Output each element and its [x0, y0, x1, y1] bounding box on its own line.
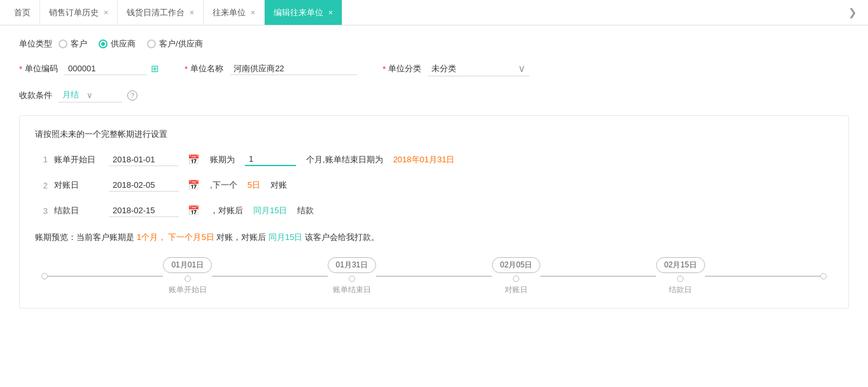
reconcile-suffix: 对账	[270, 179, 287, 191]
unit-info-row: * 单位编码 ⊞ * 单位名称 * 单位分类 未分类 ∨	[19, 61, 849, 76]
timeline-node-4: 02月15日 结款日	[656, 257, 705, 295]
radio-customer[interactable]: 客户	[59, 38, 87, 50]
payment-terms-select[interactable]: 月结 ∨	[59, 88, 122, 102]
unit-type-label: 单位类型	[19, 38, 52, 50]
tab-home-label: 首页	[14, 7, 31, 18]
timeline-date-2: 01月31日	[328, 257, 377, 273]
timeline-label-2: 账单结束日	[333, 285, 371, 295]
preview-reconcile-text: 对账，对账后	[216, 232, 266, 242]
tab-edit-partner[interactable]: 编辑往来单位 ×	[265, 0, 342, 25]
reconcile-day-highlight: 5日	[248, 179, 260, 191]
timeline-start-dot	[41, 273, 48, 279]
timeline-node-3: 02月05日 对账日	[492, 257, 541, 295]
unit-category-select[interactable]: 未分类 ∨	[428, 61, 529, 76]
unit-name-group: * 单位名称	[185, 62, 357, 75]
unit-category-arrow: ∨	[518, 62, 526, 74]
tl-line-5	[705, 276, 820, 277]
timeline-label-4: 结款日	[669, 285, 692, 295]
tab-home[interactable]: 首页	[5, 0, 40, 25]
payment-terms-label: 收款条件	[19, 90, 52, 101]
tab-more-button[interactable]: ❯	[842, 6, 863, 18]
timeline-end-dot	[820, 273, 827, 279]
radio-supplier-circle	[99, 39, 108, 48]
payment-terms-help[interactable]: ?	[127, 90, 137, 101]
start-date-calendar-icon[interactable]: 📅	[188, 154, 200, 165]
payment-prefix: ，对账后	[210, 205, 243, 216]
start-date-input[interactable]	[109, 153, 179, 166]
unit-code-copy-icon[interactable]: ⊞	[151, 63, 159, 74]
tab-sales-history-close[interactable]: ×	[104, 8, 108, 17]
tab-sales-history-label: 销售订单历史	[49, 7, 99, 18]
preview-prefix: 账期预览：当前客户账期是	[35, 232, 134, 242]
radio-supplier[interactable]: 供应商	[99, 38, 136, 50]
row-2-number: 2	[35, 181, 48, 190]
unit-code-required: *	[19, 64, 22, 74]
period-unit-text: 个月,账单结束日期为	[306, 154, 383, 165]
radio-customer-supplier-label: 客户/供应商	[159, 38, 203, 50]
timeline-node-2: 01月31日 账单结束日	[328, 257, 377, 295]
tab-sales-history[interactable]: 销售订单历史 ×	[40, 0, 118, 25]
timeline-node-1: 01月01日 账单开始日	[163, 257, 212, 295]
tab-cash-workbench[interactable]: 钱货日清工作台 ×	[118, 0, 204, 25]
unit-category-required: *	[382, 64, 386, 74]
timeline-label-3: 对账日	[505, 285, 528, 295]
unit-type-row: 单位类型 客户 供应商 客户/供应商	[19, 38, 849, 50]
timeline: 01月01日 账单开始日 01月31日 账单结束日 02月05日 对账日 02月…	[35, 257, 833, 295]
tab-cash-workbench-close[interactable]: ×	[190, 8, 194, 17]
preview-payment-day: 同月15日	[269, 232, 302, 242]
unit-code-input-wrapper: ⊞	[64, 62, 159, 75]
period-label: 账期为	[210, 154, 235, 165]
timeline-date-4: 02月15日	[656, 257, 705, 273]
preview-suffix: 该客户会给我打款。	[305, 232, 379, 242]
tab-edit-partner-close[interactable]: ×	[328, 8, 333, 17]
payment-date-calendar-icon[interactable]: 📅	[188, 205, 200, 216]
row-3-number: 3	[35, 206, 48, 216]
payment-terms-arrow: ∨	[87, 90, 93, 100]
tab-cash-workbench-label: 钱货日清工作台	[127, 7, 185, 18]
tab-edit-partner-label: 编辑往来单位	[274, 7, 323, 18]
tabs-bar: 首页 销售订单历史 × 钱货日清工作台 × 往来单位 × 编辑往来单位 × ❯	[0, 0, 868, 25]
unit-category-group: * 单位分类 未分类 ∨	[382, 61, 529, 76]
unit-category-label: 单位分类	[388, 63, 421, 74]
dot-right	[820, 273, 827, 279]
main-content: 单位类型 客户 供应商 客户/供应商 * 单位编码 ⊞	[0, 25, 868, 387]
setting-row-2: 2 对账日 📅 ,下一个 5日 对账	[35, 179, 833, 192]
unit-type-radio-group: 客户 供应商 客户/供应商	[59, 38, 203, 50]
preview-period: 1个月，	[137, 232, 166, 242]
radio-customer-supplier[interactable]: 客户/供应商	[147, 38, 203, 50]
unit-name-label: 单位名称	[190, 63, 223, 74]
unit-name-input[interactable]	[230, 62, 357, 75]
dot-left	[41, 273, 48, 279]
tab-partners-label: 往来单位	[213, 7, 246, 18]
timeline-label-1: 账单开始日	[169, 285, 207, 295]
payment-terms-row: 收款条件 月结 ∨ ?	[19, 88, 849, 102]
section-title: 请按照未来的一个完整帐期进行设置	[35, 129, 833, 140]
dot-4	[677, 276, 683, 282]
row-2-label: 对账日	[54, 179, 99, 191]
dot-2	[349, 276, 355, 282]
payment-date-input[interactable]	[109, 204, 179, 217]
reconcile-date-input[interactable]	[109, 179, 179, 192]
payment-terms-value: 月结	[62, 89, 79, 101]
dot-1	[185, 276, 191, 282]
tab-partners-close[interactable]: ×	[251, 8, 255, 17]
unit-name-required: *	[185, 64, 188, 74]
setting-row-3: 3 结款日 📅 ，对账后 同月15日 结款	[35, 204, 833, 217]
payment-day-highlight: 同月15日	[253, 205, 287, 216]
payment-suffix: 结款	[297, 205, 314, 216]
reconcile-date-calendar-icon[interactable]: 📅	[188, 179, 200, 191]
tl-line-3	[376, 276, 491, 277]
unit-code-group: * 单位编码 ⊞	[19, 62, 159, 75]
unit-code-input[interactable]	[64, 62, 147, 75]
preview-text: 账期预览：当前客户账期是 1个月， 下一个月5日 对账，对账后 同月15日 该客…	[35, 230, 833, 244]
reconcile-prefix: ,下一个	[210, 179, 237, 191]
radio-customer-circle	[59, 39, 67, 48]
period-value-input[interactable]	[245, 153, 296, 166]
row-3-label: 结款日	[54, 205, 99, 216]
dot-3	[513, 276, 519, 282]
radio-customer-label: 客户	[71, 38, 87, 50]
radio-customer-supplier-circle	[147, 39, 156, 48]
tab-partners[interactable]: 往来单位 ×	[204, 0, 265, 25]
preview-reconcile-day: 下一个月5日	[168, 232, 214, 242]
row-1-label: 账单开始日	[54, 154, 99, 165]
